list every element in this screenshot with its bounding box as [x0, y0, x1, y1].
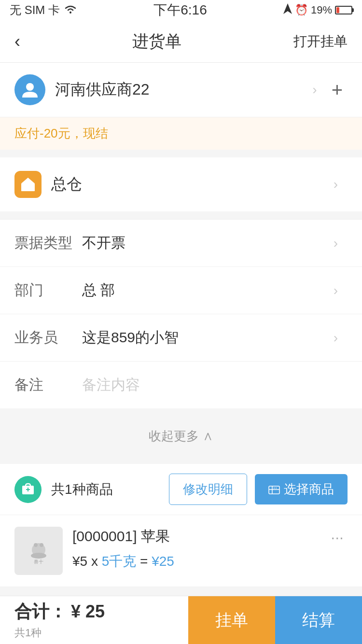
total-count: 共1种 — [14, 626, 174, 640]
wifi-icon — [64, 3, 77, 17]
svg-point-13 — [34, 543, 38, 547]
supplier-info-banner: 应付-20元，现结 — [0, 117, 362, 150]
alarm-icon: ⏰ — [295, 4, 308, 16]
select-product-button[interactable]: 选择商品 — [255, 474, 348, 504]
location-icon — [283, 3, 292, 17]
remark-row[interactable]: 备注 备注内容 — [0, 361, 362, 408]
total-label: 合计： — [14, 602, 67, 621]
supplier-left: 河南供应商22 — [14, 74, 303, 105]
ticket-type-chevron-icon: › — [334, 236, 338, 251]
product-title: 苹果 — [141, 528, 170, 544]
salesperson-chevron-icon: › — [334, 330, 338, 346]
svg-rect-2 — [21, 183, 35, 191]
form-section: 票据类型 不开票 › 部门 总 部 › 业务员 这是859的小智 › 备注 备注… — [0, 219, 362, 408]
content: 河南供应商22 › + 应付-20元，现结 总仓 › 票据类型 不开票 › — [0, 63, 362, 643]
warehouse-name: 总仓 — [51, 174, 324, 195]
status-bar: 无 SIM 卡 下午6:16 ⏰ 19% — [0, 0, 362, 20]
back-button[interactable]: ‹ — [14, 31, 20, 52]
page-title: 进货单 — [132, 30, 181, 53]
svg-marker-3 — [21, 178, 35, 183]
supplier-avatar — [14, 74, 45, 105]
checkout-button[interactable]: 结算 — [275, 596, 362, 644]
hang-button[interactable]: 挂单 — [188, 596, 275, 644]
product-thumbnail: 兽十 — [14, 527, 63, 575]
product-price: ¥5 x 5千克 = ¥25 — [72, 552, 327, 571]
price-value: ¥5 — [72, 554, 87, 569]
warehouse-chevron-icon: › — [334, 177, 338, 192]
department-label: 部门 — [14, 280, 82, 300]
ticket-type-label: 票据类型 — [14, 233, 82, 253]
warehouse-row[interactable]: 总仓 › — [0, 157, 362, 211]
product-total: ¥25 — [152, 554, 174, 569]
product-code: [0000001] — [72, 528, 137, 544]
salesperson-row[interactable]: 业务员 这是859的小智 › — [0, 314, 362, 361]
open-hang-button[interactable]: 打开挂单 — [293, 32, 348, 51]
svg-point-15 — [31, 553, 46, 559]
battery-icon — [335, 6, 352, 14]
edit-detail-button[interactable]: 修改明细 — [169, 474, 247, 505]
department-value: 总 部 — [82, 280, 324, 300]
select-product-label: 选择商品 — [284, 481, 334, 498]
product-name: [0000001] 苹果 — [72, 527, 327, 546]
total-amount: 合计： ¥ 25 — [14, 600, 174, 624]
status-time: 下午6:16 — [153, 1, 207, 19]
svg-point-14 — [40, 543, 43, 547]
products-section: 共1种商品 修改明细 选择商品 — [0, 464, 362, 587]
products-icon — [14, 476, 42, 503]
product-info: [0000001] 苹果 ¥5 x 5千克 = ¥25 — [72, 527, 327, 571]
products-header: 共1种商品 修改明细 选择商品 — [0, 464, 362, 515]
add-button[interactable]: + — [327, 79, 348, 101]
carrier-text: 无 SIM 卡 — [10, 2, 60, 18]
status-left: 无 SIM 卡 — [10, 2, 77, 18]
supplier-section: 河南供应商22 › + 应付-20元，现结 — [0, 63, 362, 150]
status-right: ⏰ 19% — [283, 3, 352, 17]
ticket-type-value: 不开票 — [82, 233, 324, 253]
svg-text:兽十: 兽十 — [34, 559, 43, 564]
supplier-row[interactable]: 河南供应商22 › + — [0, 63, 362, 117]
price-equals: = — [140, 554, 152, 569]
nav-bar: ‹ 进货单 打开挂单 — [0, 20, 362, 63]
warehouse-section: 总仓 › — [0, 157, 362, 211]
svg-point-0 — [70, 12, 71, 14]
products-count: 共1种商品 — [51, 480, 169, 499]
supplier-chevron-icon: › — [312, 82, 317, 98]
warehouse-icon — [14, 171, 42, 198]
total-section: 合计： ¥ 25 共1种 — [0, 600, 188, 640]
bottom-bar: 合计： ¥ 25 共1种 挂单 结算 — [0, 596, 362, 644]
svg-point-1 — [26, 83, 34, 91]
product-menu-button[interactable]: ··· — [327, 527, 348, 548]
department-chevron-icon: › — [334, 283, 338, 298]
salesperson-value: 这是859的小智 — [82, 328, 324, 348]
price-separator: x — [91, 554, 102, 569]
svg-rect-7 — [269, 486, 279, 494]
salesperson-label: 业务员 — [14, 328, 82, 348]
total-value: ¥ 25 — [71, 602, 105, 621]
product-quantity: 5千克 — [102, 554, 137, 569]
supplier-name: 河南供应商22 — [55, 79, 150, 100]
ticket-type-row[interactable]: 票据类型 不开票 › — [0, 219, 362, 266]
department-row[interactable]: 部门 总 部 › — [0, 266, 362, 314]
product-item: 兽十 [0000001] 苹果 ¥5 x 5千克 = ¥25 ··· — [0, 515, 362, 587]
remark-label: 备注 — [14, 375, 82, 395]
collapse-button[interactable]: 收起更多 ∧ — [0, 416, 362, 456]
battery-percent: 19% — [311, 4, 332, 16]
remark-input[interactable]: 备注内容 — [82, 375, 348, 395]
